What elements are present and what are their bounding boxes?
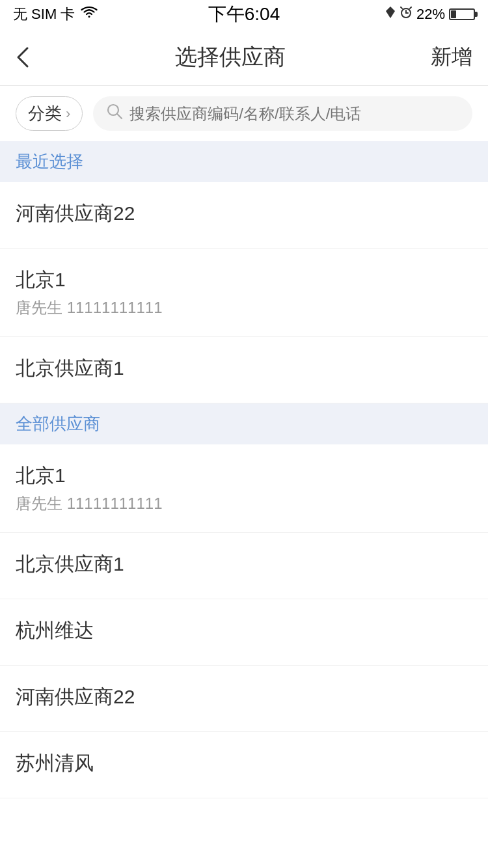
- alarm-icon: [400, 6, 413, 23]
- nav-bar: 选择供应商 新增: [0, 29, 488, 86]
- item-name: 河南供应商22: [16, 200, 472, 227]
- recent-items-list: 河南供应商22 北京1 唐先生 11111111111 北京供应商1: [0, 182, 488, 403]
- battery-icon: [449, 8, 475, 20]
- location-icon: [385, 6, 396, 23]
- recent-section-header: 最近选择: [0, 141, 488, 182]
- svg-line-6: [117, 114, 122, 118]
- item-name: 北京供应商1: [16, 551, 472, 578]
- page-title: 选择供应商: [36, 42, 424, 72]
- list-item[interactable]: 北京供应商1: [0, 533, 488, 599]
- all-section-header: 全部供应商: [0, 403, 488, 444]
- item-name: 北京1: [16, 463, 472, 489]
- list-item[interactable]: 北京1 唐先生 11111111111: [0, 249, 488, 337]
- item-name: 河南供应商22: [16, 684, 472, 711]
- filter-row: 分类 ›: [0, 86, 488, 141]
- item-name: 杭州维达: [16, 617, 472, 644]
- category-label: 分类: [28, 102, 62, 125]
- recent-section-label: 最近选择: [16, 152, 83, 171]
- all-items-list: 北京1 唐先生 11111111111 北京供应商1 杭州维达 河南供应商22 …: [0, 444, 488, 798]
- wifi-icon: [80, 6, 98, 23]
- item-sub: 唐先生 11111111111: [16, 297, 472, 318]
- all-section-label: 全部供应商: [16, 414, 100, 433]
- search-icon: [106, 103, 123, 124]
- svg-line-4: [410, 7, 411, 8]
- list-item[interactable]: 北京1 唐先生 11111111111: [0, 444, 488, 533]
- item-name: 北京供应商1: [16, 355, 472, 382]
- list-item[interactable]: 北京供应商1: [0, 337, 488, 403]
- back-button[interactable]: [16, 39, 36, 75]
- status-left: 无 SIM 卡: [13, 5, 98, 24]
- list-item[interactable]: 河南供应商22: [0, 666, 488, 732]
- list-item[interactable]: 苏州清风: [0, 732, 488, 798]
- chevron-right-icon: ›: [66, 105, 70, 122]
- list-item[interactable]: 杭州维达: [0, 599, 488, 666]
- carrier-text: 无 SIM 卡: [13, 5, 75, 24]
- status-time: 下午6:04: [208, 2, 280, 27]
- list-item[interactable]: 河南供应商22: [0, 182, 488, 249]
- item-name: 苏州清风: [16, 750, 472, 777]
- item-name: 北京1: [16, 267, 472, 293]
- search-container: [93, 96, 472, 131]
- category-filter-button[interactable]: 分类 ›: [16, 96, 83, 131]
- battery-text: 22%: [416, 6, 445, 23]
- item-sub: 唐先生 11111111111: [16, 493, 472, 514]
- search-input[interactable]: [129, 105, 459, 123]
- status-bar: 无 SIM 卡 下午6:04: [0, 0, 488, 29]
- status-right: 22%: [385, 6, 475, 23]
- add-button[interactable]: 新增: [424, 36, 472, 78]
- svg-line-3: [401, 7, 402, 8]
